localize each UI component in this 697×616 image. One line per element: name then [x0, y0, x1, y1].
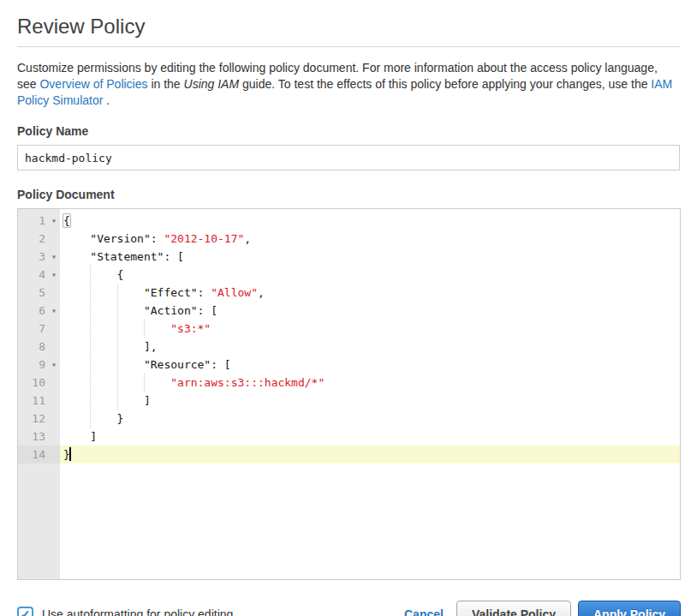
code-token: ] [63, 394, 151, 407]
text-cursor [69, 447, 71, 461]
line-number: 12 [32, 412, 45, 425]
line-number: 1 [39, 214, 45, 227]
page-title: Review Policy [17, 15, 680, 38]
fold-arrow-icon[interactable]: ▾ [51, 212, 57, 230]
code-line[interactable]: "Effect": "Allow", [60, 284, 680, 302]
autoformat-label: Use autoformatting for policy editing [42, 607, 233, 616]
apply-policy-button[interactable]: Apply Policy [578, 601, 681, 616]
policy-document-label: Policy Document [17, 188, 680, 201]
code-line[interactable]: ], [60, 338, 680, 356]
validate-policy-button[interactable]: Validate Policy [456, 601, 571, 616]
code-line[interactable]: "Statement": [ [60, 248, 680, 266]
line-number: 14 [32, 448, 45, 461]
line-number: 8 [39, 340, 45, 353]
gutter-line-number[interactable]: 8 [18, 338, 60, 356]
code-token: , [244, 232, 251, 245]
line-number: 5 [39, 286, 45, 299]
line-number: 10 [32, 376, 45, 389]
editor-code-area[interactable]: { "Version": "2012-10-17", "Statement": … [60, 209, 680, 579]
fold-arrow-icon[interactable]: ▾ [51, 302, 57, 320]
gutter-line-number[interactable]: 10 [18, 374, 60, 392]
line-number: 7 [39, 322, 45, 335]
line-number: 13 [32, 430, 45, 443]
matching-brace: { [63, 213, 71, 228]
code-line[interactable]: "Resource": [ [60, 356, 680, 374]
gutter-line-number[interactable]: 5 [18, 284, 60, 302]
code-line[interactable]: } [60, 410, 680, 428]
code-token: } [63, 412, 123, 425]
policy-name-label: Policy Name [17, 124, 680, 138]
autoformat-option[interactable]: ✓ Use autoformatting for policy editing [17, 607, 233, 616]
code-token: ], [63, 340, 158, 353]
gutter-line-number[interactable]: 11 [18, 392, 60, 410]
fold-arrow-icon[interactable]: ▾ [51, 356, 57, 374]
code-token: "Version": [63, 232, 164, 245]
code-line[interactable]: "Action": [ [60, 302, 680, 320]
intro-text: Customize permissions by editing the fol… [17, 60, 680, 109]
gutter-line-number[interactable]: 1▾ [18, 212, 60, 230]
line-number: 6 [39, 304, 45, 317]
string-token: "arn:aws:s3:::hackmd/*" [170, 376, 325, 389]
cancel-link[interactable]: Cancel [404, 607, 444, 616]
gutter-line-number[interactable]: 9▾ [18, 356, 60, 374]
code-line[interactable]: ] [60, 392, 680, 410]
gutter-line-number[interactable]: 13 [18, 428, 60, 446]
code-line[interactable]: } [60, 446, 680, 463]
policy-name-input[interactable] [17, 145, 680, 170]
code-line[interactable]: "arn:aws:s3:::hackmd/*" [60, 374, 680, 392]
line-number: 4 [39, 268, 45, 281]
fold-arrow-icon[interactable]: ▾ [51, 248, 57, 266]
gutter-line-number[interactable]: 4▾ [18, 266, 60, 284]
string-token: "Allow" [211, 286, 258, 299]
code-token: ] [63, 430, 97, 443]
code-line[interactable]: ] [60, 428, 680, 446]
code-token [63, 322, 170, 335]
title-divider [17, 46, 680, 47]
review-policy-page: Review Policy Customize permissions by e… [0, 0, 697, 616]
code-line[interactable]: { [60, 212, 680, 230]
string-token: "s3:*" [170, 322, 211, 335]
line-number: 11 [32, 394, 45, 407]
gutter-line-number[interactable]: 14 [18, 446, 60, 463]
code-token [63, 376, 170, 389]
code-line[interactable]: "s3:*" [60, 320, 680, 338]
footer-bar: ✓ Use autoformatting for policy editing … [17, 601, 681, 616]
code-token: "Effect": [63, 286, 211, 299]
gutter-line-number[interactable]: 12 [18, 410, 60, 428]
check-icon: ✓ [21, 608, 31, 616]
code-line[interactable]: "Version": "2012-10-17", [60, 230, 680, 248]
overview-of-policies-link[interactable]: Overview of Policies [39, 77, 147, 91]
editor-gutter: 1▾23▾4▾56▾789▾1011121314 [18, 209, 60, 579]
code-line[interactable]: { [60, 266, 680, 284]
gutter-line-number[interactable]: 6▾ [18, 302, 60, 320]
line-number: 2 [39, 232, 45, 245]
using-iam-guide-name: Using IAM [184, 77, 240, 91]
line-number: 3 [39, 250, 45, 263]
line-number: 9 [39, 358, 45, 371]
code-token: { [63, 268, 123, 281]
fold-arrow-icon[interactable]: ▾ [51, 266, 57, 284]
autoformat-checkbox[interactable]: ✓ [17, 607, 33, 616]
code-token: "Resource": [ [63, 358, 231, 371]
intro-text-2: in the [148, 77, 184, 91]
string-token: "2012-10-17" [164, 232, 244, 245]
intro-text-4: . [103, 93, 110, 107]
policy-document-editor[interactable]: 1▾23▾4▾56▾789▾1011121314 { "Version": "2… [17, 208, 681, 580]
action-buttons: Cancel Validate Policy Apply Policy [404, 601, 681, 616]
gutter-line-number[interactable]: 3▾ [18, 248, 60, 266]
gutter-line-number[interactable]: 2 [18, 230, 60, 248]
intro-text-3: guide. To test the effects of this polic… [239, 77, 651, 91]
code-token: "Statement": [ [63, 250, 184, 263]
code-token: "Action": [ [63, 304, 217, 317]
code-token: , [258, 286, 265, 299]
gutter-line-number[interactable]: 7 [18, 320, 60, 338]
